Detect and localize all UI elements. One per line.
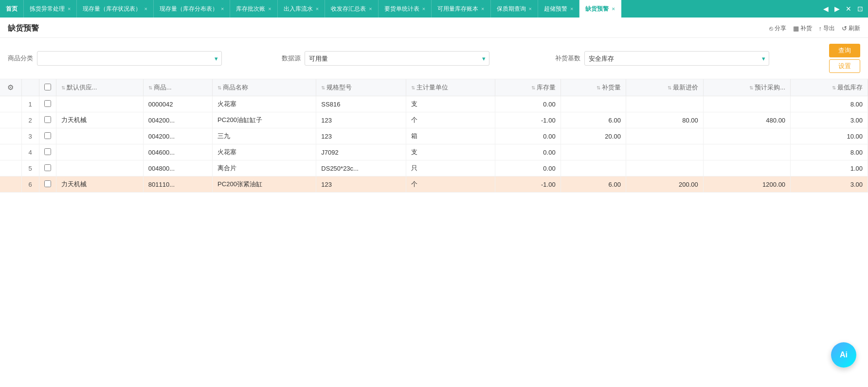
tab-stock-status[interactable]: 现存量（库存状况表）×	[77, 0, 153, 18]
tab-available-ledger[interactable]: 可用量库存账本×	[432, 0, 490, 18]
row-gear-cell	[0, 96, 21, 112]
tab-stock-dist[interactable]: 现存量（库存分布表）×	[154, 0, 230, 18]
row-product-code: 0000042	[143, 96, 212, 112]
row-checkbox[interactable]	[44, 132, 51, 139]
row-product-code: 004800...	[143, 160, 212, 176]
th-spec[interactable]: ⇅ 规格型号	[316, 79, 406, 96]
spec-header-label: 规格型号	[326, 83, 352, 92]
th-seq	[21, 79, 39, 96]
tab-overstock[interactable]: 超储预警×	[538, 0, 579, 18]
row-spec: SS816	[316, 96, 406, 112]
tab-close-available-ledger[interactable]: ×	[481, 6, 484, 12]
tab-home[interactable]: 首页	[0, 0, 24, 18]
select-all-checkbox[interactable]	[44, 84, 51, 90]
tab-close-stock-status[interactable]: ×	[144, 6, 147, 12]
tab-close-abnormal[interactable]: ×	[68, 6, 71, 12]
row-stock-qty: -1.00	[495, 112, 561, 128]
row-replenish-qty	[561, 160, 626, 176]
tab-next-button[interactable]: ▶	[832, 3, 843, 15]
th-checkbox[interactable]	[39, 79, 56, 96]
row-unit: 箱	[406, 128, 495, 144]
page-header: 缺货预警 ⎋ 分享 ▦ 补货 ↑ 导出 ↺ 刷新	[0, 18, 868, 38]
datasource-select-wrap: 可用量 ▾	[305, 51, 489, 66]
main-content: 缺货预警 ⎋ 分享 ▦ 补货 ↑ 导出 ↺ 刷新 商品分类	[0, 18, 868, 387]
unit-sort: ⇅ 主计量单位	[411, 83, 448, 92]
row-latest-price	[626, 96, 703, 112]
table-wrap: ⚙ ⇅ 默认供应... ⇅ 商	[0, 79, 868, 193]
ai-assistant-button[interactable]: Ai	[831, 342, 856, 368]
th-replenish-qty[interactable]: ⇅ 补货量	[561, 79, 626, 96]
tab-prev-button[interactable]: ◀	[820, 3, 832, 15]
latest-price-header-label: 最新进价	[673, 83, 698, 92]
tab-controls: ◀ ▶ ✕ ⊡	[820, 3, 868, 15]
tab-close-shortage[interactable]: ×	[612, 6, 615, 12]
replenish-button[interactable]: ▦ 补货	[793, 24, 812, 33]
share-label: 分享	[775, 24, 786, 33]
category-select[interactable]	[37, 51, 222, 66]
th-min-stock[interactable]: ⇅ 最低库存	[791, 79, 868, 96]
th-product-name[interactable]: ⇅ 商品名称	[213, 79, 316, 96]
gear-icon[interactable]: ⚙	[7, 83, 14, 92]
tab-abnormal[interactable]: 拣货异常处理×	[24, 0, 77, 18]
tab-inout-flow[interactable]: 出入库流水×	[278, 0, 325, 18]
tab-close-inout-flow[interactable]: ×	[316, 6, 319, 12]
tab-receipt-summary[interactable]: 收发存汇总表×	[325, 0, 378, 18]
datasource-label: 数据源	[282, 54, 301, 63]
tab-restore-button[interactable]: ⊡	[854, 3, 866, 15]
tab-close-stock-dist[interactable]: ×	[221, 6, 224, 12]
export-button[interactable]: ↑ 导出	[819, 24, 835, 33]
table-row: 6力天机械801110...PC200张紧油缸123个-1.006.00200.…	[0, 176, 868, 193]
tab-expiry-query[interactable]: 保质期查询×	[491, 0, 538, 18]
row-checkbox[interactable]	[44, 164, 51, 171]
share-button[interactable]: ⎋ 分享	[769, 24, 786, 33]
tab-close-receipt-summary[interactable]: ×	[369, 6, 372, 12]
spec-sort: ⇅ 规格型号	[321, 83, 352, 92]
row-replenish-qty	[561, 144, 626, 160]
row-checkbox[interactable]	[44, 148, 51, 155]
row-replenish-qty: 20.00	[561, 128, 626, 144]
row-checkbox-cell	[39, 176, 56, 193]
row-latest-price	[626, 160, 703, 176]
replenish-basis-select[interactable]: 安全库存	[584, 51, 769, 66]
row-min-stock: 8.00	[791, 96, 868, 112]
th-settings[interactable]: ⚙	[0, 79, 21, 96]
settings-button[interactable]: 设置	[829, 59, 860, 73]
row-seq: 3	[21, 128, 39, 144]
row-checkbox[interactable]	[44, 100, 51, 107]
query-button[interactable]: 查询	[829, 44, 860, 57]
tab-close-overstock[interactable]: ×	[570, 6, 573, 12]
table-row: 10000042火花塞SS816支0.008.00	[0, 96, 868, 112]
row-checkbox[interactable]	[44, 116, 51, 123]
datasource-select[interactable]: 可用量	[305, 51, 489, 66]
row-supplier	[56, 144, 143, 160]
row-checkbox[interactable]	[44, 180, 51, 187]
row-checkbox-cell	[39, 96, 56, 112]
row-supplier: 力天机械	[56, 176, 143, 193]
th-unit[interactable]: ⇅ 主计量单位	[406, 79, 495, 96]
th-default-supplier[interactable]: ⇅ 默认供应...	[56, 79, 143, 96]
row-seq: 4	[21, 144, 39, 160]
page-title: 缺货预警	[8, 23, 39, 34]
category-select-wrap: ▾	[37, 51, 222, 66]
th-latest-price[interactable]: ⇅ 最新进价	[626, 79, 703, 96]
product-name-header-label: 商品名称	[223, 83, 248, 92]
row-replenish-qty	[561, 96, 626, 112]
row-stock-qty: 0.00	[495, 128, 561, 144]
tab-close-expiry-query[interactable]: ×	[529, 6, 532, 12]
filter-buttons: 查询 设置	[829, 44, 860, 73]
tab-close-batch-account[interactable]: ×	[268, 6, 271, 12]
supplier-header-label: 默认供应...	[67, 83, 97, 92]
tab-shortage[interactable]: 缺货预警×	[579, 0, 621, 18]
th-estimated-purchase[interactable]: ⇅ 预计采购...	[703, 79, 790, 96]
tab-close-all-button[interactable]: ✕	[843, 3, 854, 15]
tab-batch-account[interactable]: 库存批次账×	[230, 0, 277, 18]
refresh-button[interactable]: ↺ 刷新	[842, 24, 860, 33]
row-supplier: 力天机械	[56, 112, 143, 128]
tab-order-stat[interactable]: 要货单统计表×	[379, 0, 432, 18]
min-stock-header-label: 最低库存	[837, 83, 863, 92]
unit-sort-icon: ⇅	[411, 85, 415, 90]
category-filter-group: 商品分类 ▾	[8, 51, 272, 66]
tab-close-order-stat[interactable]: ×	[422, 6, 425, 12]
th-product-code[interactable]: ⇅ 商品...	[143, 79, 212, 96]
th-stock-qty[interactable]: ⇅ 库存量	[495, 79, 561, 96]
